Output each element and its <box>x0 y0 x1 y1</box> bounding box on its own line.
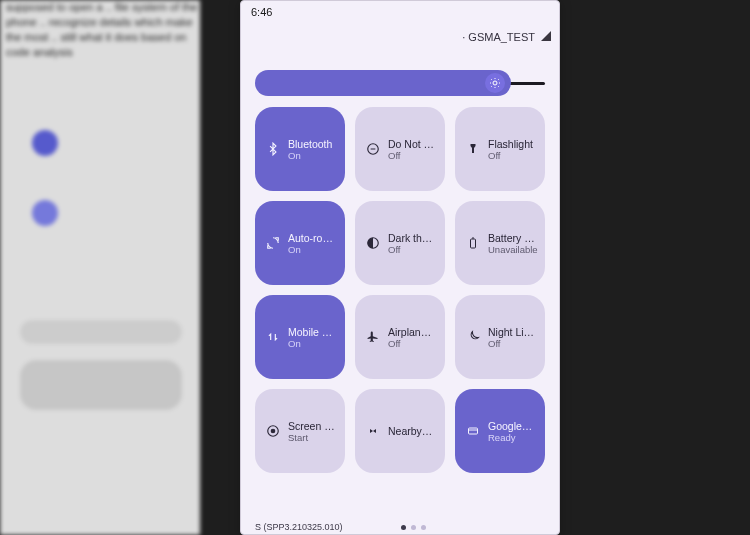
tile-label: Mobile data <box>288 326 335 338</box>
tile-status: On <box>288 338 335 349</box>
tile-dnd[interactable]: Do Not Distu..Off <box>355 107 445 191</box>
svg-rect-3 <box>471 239 476 248</box>
tile-label: Auto-rotate <box>288 232 335 244</box>
tile-flashlight[interactable]: FlashlightOff <box>455 107 545 191</box>
rotate-icon <box>265 235 281 251</box>
tile-status: On <box>288 244 335 255</box>
dnd-icon <box>365 141 381 157</box>
dark-icon <box>365 235 381 251</box>
tile-status: Off <box>388 244 435 255</box>
tile-bluetooth[interactable]: BluetoothOn <box>255 107 345 191</box>
clock: 6:46 <box>251 6 272 18</box>
card-icon <box>465 423 481 439</box>
quick-settings-panel: 6:46 · GSMA_TEST BluetoothOnDo Not Distu… <box>240 0 560 535</box>
bluetooth-icon <box>265 141 281 157</box>
status-bar: 6:46 <box>241 1 559 23</box>
build-label: S (SPP3.210325.010) <box>255 522 343 532</box>
tile-status: Off <box>488 338 535 349</box>
tile-status: Ready <box>488 432 535 443</box>
tile-nightlight[interactable]: Night LightOff <box>455 295 545 379</box>
brightness-icon <box>485 73 505 93</box>
network-label: · GSMA_TEST <box>462 31 535 43</box>
tile-label: Do Not Distu.. <box>388 138 435 150</box>
battery-icon <box>465 235 481 251</box>
tile-label: Bluetooth <box>288 138 332 150</box>
tile-nearby[interactable]: Nearby Shar.. <box>355 389 445 473</box>
tile-label: Nearby Shar.. <box>388 425 435 437</box>
brightness-slider[interactable] <box>255 69 545 97</box>
tile-label: Night Light <box>488 326 535 338</box>
tile-label: Screen Rec.. <box>288 420 335 432</box>
flashlight-icon <box>465 141 481 157</box>
tile-screenrecord[interactable]: Screen Rec..Start <box>255 389 345 473</box>
tile-label: Airplane mo.. <box>388 326 435 338</box>
data-icon <box>265 329 281 345</box>
tile-status: Off <box>388 150 435 161</box>
record-icon <box>265 423 281 439</box>
tile-label: Battery Sav.. <box>488 232 535 244</box>
tile-status: On <box>288 150 332 161</box>
tile-airplane[interactable]: Airplane mo..Off <box>355 295 445 379</box>
edit-icon[interactable] <box>541 31 551 43</box>
svg-point-0 <box>493 81 497 85</box>
tile-label: Google Pay <box>488 420 535 432</box>
tile-status: Start <box>288 432 335 443</box>
svg-rect-6 <box>469 428 478 434</box>
tile-autorotate[interactable]: Auto-rotateOn <box>255 201 345 285</box>
page-indicator[interactable] <box>401 525 426 530</box>
tile-status: Off <box>388 338 435 349</box>
tile-label: Flashlight <box>488 138 533 150</box>
tile-status: Off <box>488 150 533 161</box>
svg-point-5 <box>271 429 275 433</box>
tile-battery[interactable]: Battery Sav..Unavailable <box>455 201 545 285</box>
moon-icon <box>465 329 481 345</box>
tile-label: Dark theme <box>388 232 435 244</box>
nearby-icon <box>365 423 381 439</box>
plane-icon <box>365 329 381 345</box>
blurred-article-text: supposed to open a .. file system of the… <box>6 0 200 60</box>
tile-darktheme[interactable]: Dark themeOff <box>355 201 445 285</box>
tile-gpay[interactable]: Google PayReady <box>455 389 545 473</box>
tile-mobiledata[interactable]: Mobile dataOn <box>255 295 345 379</box>
tile-status: Unavailable <box>488 244 535 255</box>
